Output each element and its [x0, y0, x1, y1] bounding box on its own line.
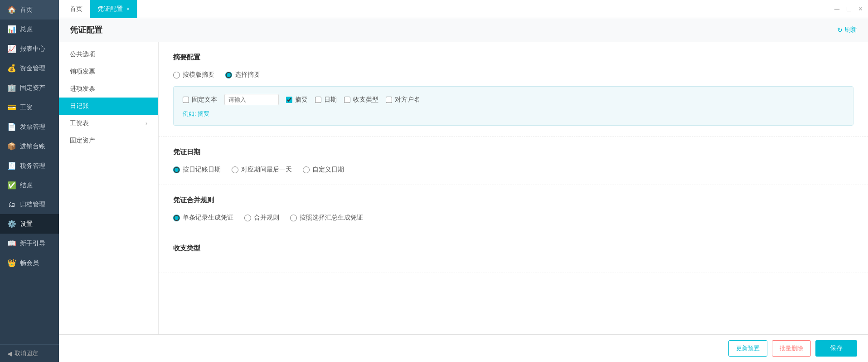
cancel-fix-button[interactable]: ◀ 取消固定: [0, 344, 59, 362]
general-ledger-label: 总账: [20, 25, 33, 34]
page-header: 凭证配置 ↻ 刷新: [59, 18, 868, 42]
date-label: 日期: [324, 96, 337, 104]
sidebar-item-vip[interactable]: 👑 畅会员: [0, 253, 59, 273]
by-template-radio[interactable]: [173, 72, 180, 78]
batch-generate-label: 按照选择汇总生成凭证: [300, 214, 363, 222]
sidebar-item-tax-management[interactable]: 🧾 税务管理: [0, 156, 59, 176]
date-checkbox[interactable]: [315, 97, 321, 103]
left-nav-label-fixed-assets-nav: 固定资产: [70, 137, 95, 145]
tab-voucher-config-tab[interactable]: 凭证配置×: [90, 0, 137, 18]
by-journal-date-option[interactable]: 按日记账日期: [173, 166, 221, 174]
by-journal-date-radio[interactable]: [173, 166, 180, 173]
counterparty-checkbox-label[interactable]: 对方户名: [386, 96, 420, 104]
example-text: 例如: 摘要: [183, 110, 844, 118]
custom-date-option[interactable]: 自定义日期: [303, 166, 344, 174]
tab-label-voucher-config-tab: 凭证配置: [97, 5, 123, 13]
batch-generate-radio[interactable]: [290, 215, 297, 221]
settings-icon: ⚙️: [7, 220, 16, 228]
income-type-section: 收支类型: [159, 233, 868, 273]
maximize-button[interactable]: □: [845, 3, 853, 15]
sidebar-item-settings[interactable]: ⚙️ 设置: [0, 214, 59, 234]
abstract-checkbox-label[interactable]: 摘要: [286, 96, 308, 104]
voucher-date-title: 凭证日期: [173, 148, 853, 157]
income-type-label: 收支类型: [353, 96, 378, 104]
sidebar-item-archive-management[interactable]: 🗂 归档管理: [0, 195, 59, 214]
fixed-text-label: 固定文本: [192, 96, 217, 104]
voucher-date-radio-group: 按日记账日期 对应期间最后一天 自定义日期: [173, 166, 853, 174]
select-abstract-option[interactable]: 选择摘要: [225, 71, 260, 79]
fixed-text-input[interactable]: [224, 94, 279, 105]
abstract-checkbox[interactable]: [286, 97, 292, 103]
refresh-button[interactable]: ↻ 刷新: [837, 26, 857, 34]
chevron-icon-payroll-table: ›: [145, 120, 147, 127]
sidebar-item-invoice-management[interactable]: 📄 发票管理: [0, 117, 59, 137]
left-nav-item-purchase-invoice[interactable]: 进项发票: [59, 80, 158, 98]
by-template-option[interactable]: 按模版摘要: [173, 71, 214, 79]
counterparty-label: 对方户名: [395, 96, 420, 104]
bottom-action-bar: 更新预置 批量删除 保存: [59, 334, 868, 362]
abstract-radio-group: 按模版摘要 选择摘要: [173, 71, 853, 79]
tab-label-home-tab: 首页: [70, 5, 82, 13]
income-type-checkbox-label[interactable]: 收支类型: [344, 96, 378, 104]
fixed-text-checkbox[interactable]: [183, 97, 189, 103]
left-nav-item-journal[interactable]: 日记账: [59, 98, 158, 115]
custom-date-radio[interactable]: [303, 166, 310, 173]
refresh-label: 刷新: [844, 26, 857, 34]
merge-rules-section: 凭证合并规则 单条记录生成凭证 合并规则 按照选择汇总生成凭证: [159, 185, 868, 233]
last-day-option[interactable]: 对应期间最后一天: [232, 166, 292, 174]
sidebar-item-fund-management[interactable]: 💰 资金管理: [0, 59, 59, 78]
refresh-icon: ↻: [837, 26, 843, 34]
payroll-icon: 💳: [7, 103, 16, 112]
tax-management-icon: 🧾: [7, 161, 16, 170]
last-day-radio[interactable]: [232, 166, 238, 173]
payroll-label: 工资: [20, 103, 33, 112]
single-record-label: 单条记录生成凭证: [183, 214, 233, 222]
sidebar-item-home[interactable]: 🏠 首页: [0, 0, 59, 20]
fixed-assets-icon: 🏢: [7, 83, 16, 92]
sidebar-item-guide[interactable]: 📖 新手引导: [0, 234, 59, 253]
select-abstract-radio[interactable]: [225, 72, 232, 78]
minimize-button[interactable]: ─: [833, 3, 841, 15]
window-controls: ─ □ ×: [833, 3, 864, 15]
vip-icon: 👑: [7, 259, 16, 267]
abstract-section-title: 摘要配置: [173, 53, 853, 62]
settlement-label: 结账: [20, 181, 33, 190]
pin-icon: ◀: [7, 350, 12, 357]
left-nav-label-journal: 日记账: [70, 102, 89, 110]
sidebar-item-payroll[interactable]: 💳 工资: [0, 98, 59, 117]
sidebar-item-purchase-sale[interactable]: 📦 进销台账: [0, 137, 59, 156]
report-center-icon: 📈: [7, 44, 16, 53]
left-nav-item-public[interactable]: 公共选项: [59, 46, 158, 63]
merge-rules-radio[interactable]: [244, 215, 251, 221]
tab-bar: 首页凭证配置× ─ □ ×: [59, 0, 868, 18]
tab-close-voucher-config-tab[interactable]: ×: [126, 6, 130, 12]
last-day-label: 对应期间最后一天: [241, 166, 292, 174]
left-nav-item-sales-invoice[interactable]: 销项发票: [59, 63, 158, 80]
merge-rules-option[interactable]: 合并规则: [244, 214, 279, 222]
single-record-radio[interactable]: [173, 215, 180, 221]
sidebar-item-report-center[interactable]: 📈 报表中心: [0, 39, 59, 59]
settings-label: 设置: [20, 220, 33, 228]
sidebar-nav: 🏠 首页 📊 总账 📈 报表中心 💰 资金管理 🏢 固定资产 💳 工资 📄 发票…: [0, 0, 59, 273]
income-type-checkbox[interactable]: [344, 97, 350, 103]
close-button[interactable]: ×: [857, 3, 864, 15]
tab-home-tab[interactable]: 首页: [63, 0, 90, 18]
left-nav-label-payroll-table: 工资表: [70, 119, 89, 127]
sidebar-item-general-ledger[interactable]: 📊 总账: [0, 20, 59, 39]
save-button[interactable]: 保存: [815, 340, 857, 357]
counterparty-checkbox[interactable]: [386, 97, 392, 103]
fixed-text-checkbox-label[interactable]: 固定文本: [183, 96, 217, 104]
content-area: 公共选项销项发票进项发票日记账工资表›固定资产 摘要配置 按模版摘要 选择摘要: [59, 42, 868, 362]
batch-generate-option[interactable]: 按照选择汇总生成凭证: [290, 214, 363, 222]
sidebar-item-fixed-assets[interactable]: 🏢 固定资产: [0, 78, 59, 98]
left-nav-item-payroll-table[interactable]: 工资表›: [59, 115, 158, 132]
guide-icon: 📖: [7, 239, 16, 248]
left-nav-label-sales-invoice: 销项发票: [70, 68, 95, 76]
sidebar-item-settlement[interactable]: ✅ 结账: [0, 176, 59, 195]
batch-delete-button[interactable]: 批量删除: [772, 340, 811, 357]
date-checkbox-label[interactable]: 日期: [315, 96, 337, 104]
update-preview-button[interactable]: 更新预置: [728, 340, 767, 357]
single-record-option[interactable]: 单条记录生成凭证: [173, 214, 233, 222]
merge-rules-radio-group: 单条记录生成凭证 合并规则 按照选择汇总生成凭证: [173, 214, 853, 222]
left-nav-item-fixed-assets-nav[interactable]: 固定资产: [59, 132, 158, 149]
